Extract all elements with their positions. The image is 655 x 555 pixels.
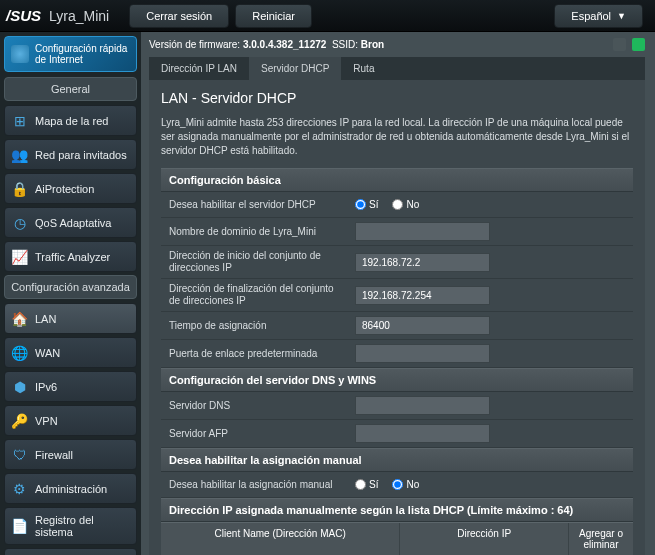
page-description: Lyra_Mini admite hasta 253 direcciones I… <box>161 116 633 158</box>
row-domain: Nombre de dominio de Lyra_Mini <box>161 218 633 246</box>
row-ip-start: Dirección de inicio del conjunto de dire… <box>161 246 633 279</box>
sidebar-item-traffic[interactable]: 📈Traffic Analyzer <box>4 241 137 272</box>
firmware-value: 3.0.0.4.382_11272 <box>243 39 326 50</box>
section-advanced: Configuración avanzada <box>4 275 137 299</box>
domain-input[interactable] <box>355 222 490 241</box>
reboot-button[interactable]: Reiniciar <box>235 4 312 28</box>
tab-lan-ip[interactable]: Dirección IP LAN <box>149 57 249 80</box>
status-icon-2 <box>632 38 645 51</box>
sidebar-item-firewall[interactable]: 🛡Firewall <box>4 439 137 470</box>
language-label: Español <box>571 10 611 22</box>
tabs: Dirección IP LAN Servidor DHCP Ruta <box>149 57 645 80</box>
ip-end-input[interactable] <box>355 286 490 305</box>
guest-icon: 👥 <box>11 146 28 163</box>
radio-manual-yes[interactable]: Sí <box>355 479 378 490</box>
top-bar: /SUS Lyra_Mini Cerrar sesión Reiniciar E… <box>0 0 655 32</box>
wizard-label: Configuración rápida de Internet <box>35 43 130 65</box>
group-list: Dirección IP asignada manualmente según … <box>161 498 633 522</box>
sidebar-item-admin[interactable]: ⚙Administración <box>4 473 137 504</box>
radio-enable-yes[interactable]: Sí <box>355 199 378 210</box>
brand-logo: /SUS <box>6 7 41 24</box>
tab-route[interactable]: Ruta <box>341 57 386 80</box>
group-basic: Configuración básica <box>161 168 633 192</box>
group-dns: Configuración del servidor DNS y WINS <box>161 368 633 392</box>
group-manual: Desea habilitar la asignación manual <box>161 448 633 472</box>
col-ip: Dirección IP <box>400 523 569 555</box>
vpn-icon: 🔑 <box>11 412 28 429</box>
log-icon: 📄 <box>11 518 28 535</box>
ssid-label: SSID: <box>332 39 358 50</box>
ipv6-icon: ⬢ <box>11 378 28 395</box>
sidebar-item-network-map[interactable]: ⊞Mapa de la red <box>4 105 137 136</box>
row-dns: Servidor DNS <box>161 392 633 420</box>
sidebar-item-qos[interactable]: ◷QoS Adaptativa <box>4 207 137 238</box>
radio-enable-no[interactable]: No <box>392 199 419 210</box>
lease-input[interactable] <box>355 316 490 335</box>
ssid-value: Bron <box>361 39 384 50</box>
col-action: Agregar o eliminar <box>569 523 633 555</box>
page-title: LAN - Servidor DHCP <box>161 90 633 106</box>
row-enable-manual: Desea habilitar la asignación manual Sí … <box>161 472 633 498</box>
sidebar-item-vpn[interactable]: 🔑VPN <box>4 405 137 436</box>
row-gateway: Puerta de enlace predeterminada <box>161 340 633 368</box>
quick-setup-button[interactable]: Configuración rápida de Internet <box>4 36 137 72</box>
firewall-icon: 🛡 <box>11 446 28 463</box>
col-client: Client Name (Dirección MAC) <box>161 523 400 555</box>
tab-dhcp[interactable]: Servidor DHCP <box>249 57 341 80</box>
globe-icon: 🌐 <box>11 344 28 361</box>
sidebar-item-wan[interactable]: 🌐WAN <box>4 337 137 368</box>
sidebar-item-guest-network[interactable]: 👥Red para invitados <box>4 139 137 170</box>
home-icon: 🏠 <box>11 310 28 327</box>
table-header: Client Name (Dirección MAC) Dirección IP… <box>161 522 633 555</box>
logout-button[interactable]: Cerrar sesión <box>129 4 229 28</box>
sidebar-item-tools[interactable]: 🔧Herramientas de red <box>4 548 137 555</box>
language-dropdown[interactable]: Español ▼ <box>554 4 643 28</box>
sidebar: Configuración rápida de Internet General… <box>0 32 141 555</box>
chevron-down-icon: ▼ <box>617 11 626 21</box>
status-icon-1 <box>613 38 626 51</box>
gateway-input[interactable] <box>355 344 490 363</box>
sidebar-item-aiprotection[interactable]: 🔒AiProtection <box>4 173 137 204</box>
sidebar-item-syslog[interactable]: 📄Registro del sistema <box>4 507 137 545</box>
info-bar: Versión de firmware: 3.0.0.4.382_11272 S… <box>149 38 645 51</box>
network-map-icon: ⊞ <box>11 112 28 129</box>
shield-icon: 🔒 <box>11 180 28 197</box>
section-general: General <box>4 77 137 101</box>
sidebar-item-lan[interactable]: 🏠LAN <box>4 303 137 334</box>
gauge-icon: ◷ <box>11 214 28 231</box>
wizard-icon <box>11 45 29 63</box>
main-panel: Versión de firmware: 3.0.0.4.382_11272 S… <box>141 32 655 555</box>
firmware-label: Versión de firmware: <box>149 39 240 50</box>
row-afp: Servidor AFP <box>161 420 633 448</box>
row-enable-dhcp: Desea habilitar el servidor DHCP Sí No <box>161 192 633 218</box>
model-name: Lyra_Mini <box>49 8 109 24</box>
sidebar-item-ipv6[interactable]: ⬢IPv6 <box>4 371 137 402</box>
dns-input[interactable] <box>355 396 490 415</box>
row-ip-end: Dirección de finalización del conjunto d… <box>161 279 633 312</box>
afp-input[interactable] <box>355 424 490 443</box>
row-lease: Tiempo de asignación <box>161 312 633 340</box>
ip-start-input[interactable] <box>355 253 490 272</box>
chart-icon: 📈 <box>11 248 28 265</box>
content-panel: LAN - Servidor DHCP Lyra_Mini admite has… <box>149 80 645 555</box>
radio-manual-no[interactable]: No <box>392 479 419 490</box>
admin-icon: ⚙ <box>11 480 28 497</box>
